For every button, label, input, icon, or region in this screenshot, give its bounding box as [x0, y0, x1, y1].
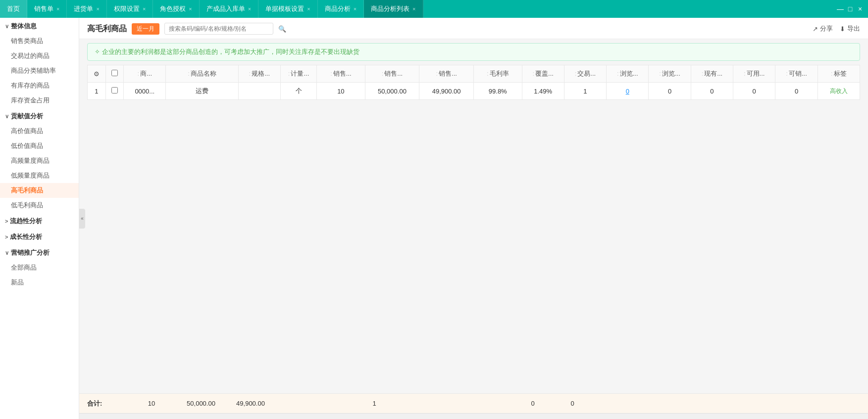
nav-close-icon[interactable]: ×: [307, 6, 310, 12]
export-button[interactable]: ⬇ 导出: [840, 24, 860, 33]
col-resize-handle[interactable]: :: [288, 70, 290, 77]
col-header-transactions[interactable]: :交易...: [564, 65, 606, 83]
cell-sales_profit: 49,900.00: [419, 83, 474, 100]
col-resize-handle[interactable]: :: [659, 70, 661, 77]
search-input[interactable]: [164, 23, 273, 35]
col-resize-handle[interactable]: :: [617, 70, 619, 77]
nav-item-首页[interactable]: 首页: [0, 0, 27, 18]
col-header-checkbox[interactable]: [105, 65, 124, 83]
col-header-sellable[interactable]: :可销...: [775, 65, 817, 83]
sidebar-item-all-products[interactable]: 全部商品: [0, 260, 79, 275]
nav-item-销售单[interactable]: 销售单 ×: [27, 0, 67, 18]
col-header-sales_profit[interactable]: :销售...: [419, 65, 474, 83]
nav-item-商品分析[interactable]: 商品分析 ×: [318, 0, 364, 18]
close-button[interactable]: ×: [856, 5, 864, 13]
sidebar-item-high-value[interactable]: 高价值商品: [0, 124, 79, 139]
sidebar-item-traded-products[interactable]: 交易过的商品: [0, 48, 79, 63]
filter-button[interactable]: 近一月: [132, 23, 159, 35]
nav-close-icon[interactable]: ×: [189, 6, 192, 12]
col-header-sales_qty[interactable]: :销售...: [317, 65, 365, 83]
nav-close-icon[interactable]: ×: [354, 6, 357, 12]
cell-spec: [238, 83, 280, 100]
footer-totals: 10 50,000.00 49,900.00 1 0 0: [127, 400, 860, 407]
sidebar-collapse-button[interactable]: «: [79, 209, 85, 229]
col-resize-handle[interactable]: :: [436, 70, 438, 77]
nav-item-进货单[interactable]: 进货单 ×: [67, 0, 106, 18]
cell-browse1[interactable]: 0: [607, 83, 649, 100]
col-header-spec[interactable]: :规格...: [238, 65, 280, 83]
col-header-name[interactable]: :商品名称: [166, 65, 238, 83]
minimize-button[interactable]: —: [836, 5, 844, 13]
col-resize-handle[interactable]: :: [532, 70, 534, 77]
sidebar-group-label: 成长性分析: [10, 233, 42, 241]
sidebar-item-low-margin[interactable]: 低毛利商品: [0, 198, 79, 213]
col-header-gross_margin[interactable]: :毛利率: [474, 65, 522, 83]
row-checkbox[interactable]: [111, 87, 118, 93]
col-header-sales_amount[interactable]: :销售...: [365, 65, 419, 83]
footer-browse2: [434, 400, 473, 407]
sidebar-group-overall[interactable]: ∨整体信息: [0, 18, 79, 34]
sidebar-item-stock-capital[interactable]: 库存资金占用: [0, 93, 79, 108]
nav-close-icon[interactable]: ×: [56, 6, 59, 12]
col-header-current_stock[interactable]: :现有...: [691, 65, 733, 83]
sidebar-item-low-value[interactable]: 低价值商品: [0, 139, 79, 153]
col-resize-handle[interactable]: :: [188, 70, 190, 77]
sidebar-group-arrow-icon: ∨: [5, 113, 9, 120]
nav-item-单据模板设置[interactable]: 单据模板设置 ×: [258, 0, 317, 18]
sidebar-item-new-products[interactable]: 新品: [0, 275, 79, 290]
select-all-checkbox[interactable]: [111, 70, 118, 76]
col-resize-handle[interactable]: :: [575, 70, 577, 77]
cell-unit: 个: [281, 83, 317, 100]
col-resize-handle[interactable]: :: [487, 70, 489, 77]
maximize-button[interactable]: □: [846, 5, 854, 13]
sidebar-item-instock-products[interactable]: 有库存的商品: [0, 78, 79, 93]
sidebar-group-marketing-analysis[interactable]: ∨营销推广分析: [0, 244, 79, 260]
col-header-code[interactable]: :商...: [124, 65, 166, 83]
col-resize-handle[interactable]: :: [786, 70, 788, 77]
sidebar-item-product-assist-rate[interactable]: 商品分类辅助率: [0, 63, 79, 78]
col-header-browse2[interactable]: :浏览...: [649, 65, 691, 83]
nav-item-角色授权[interactable]: 角色授权 ×: [153, 0, 199, 18]
col-resize-handle[interactable]: :: [382, 70, 384, 77]
col-resize-handle[interactable]: :: [249, 70, 251, 77]
col-header-browse1[interactable]: :浏览...: [607, 65, 649, 83]
sidebar-item-sales-products[interactable]: 销售类商品: [0, 34, 79, 48]
sidebar-group-arrow-icon: >: [5, 218, 8, 224]
nav-item-商品分析列表[interactable]: 商品分析列表 ×: [364, 0, 423, 18]
sidebar-item-high-margin[interactable]: 高毛利商品: [0, 183, 79, 198]
col-header-unit[interactable]: :计量...: [281, 65, 317, 83]
col-resize-handle[interactable]: :: [138, 70, 140, 77]
cell-gross_margin: 99.8%: [474, 83, 522, 100]
col-header-coverage[interactable]: :覆盖...: [522, 65, 564, 83]
sidebar-group-trend-analysis[interactable]: >流趋性分析: [0, 213, 79, 229]
cell-checkbox[interactable]: [105, 83, 124, 100]
search-icon[interactable]: 🔍: [278, 25, 286, 33]
sidebar-group-wealth-analysis[interactable]: ∨贡献值分析: [0, 108, 79, 124]
cell-available: 0: [733, 83, 775, 100]
col-resize-handle[interactable]: :: [702, 70, 704, 77]
sidebar-item-low-freq-high-val[interactable]: 低频量度商品: [0, 168, 79, 183]
table-wrapper[interactable]: ⚙:商...:商品名称:规格...:计量...:销售...:销售...:销售..…: [79, 65, 868, 393]
footer-coverage: [315, 400, 355, 407]
col-header-settings[interactable]: ⚙: [88, 65, 106, 83]
nav-close-icon[interactable]: ×: [248, 6, 251, 12]
col-header-available[interactable]: :可用...: [733, 65, 775, 83]
share-button[interactable]: ↗ 分享: [813, 24, 833, 33]
col-header-tag[interactable]: :标签: [817, 65, 860, 83]
cell-sales_amount: 50,000.00: [365, 83, 419, 100]
browse-link[interactable]: 0: [626, 88, 629, 95]
settings-icon[interactable]: ⚙: [94, 70, 100, 78]
cell-current_stock: 0: [691, 83, 733, 100]
col-resize-handle[interactable]: :: [330, 70, 332, 77]
nav-item-权限设置[interactable]: 权限设置 ×: [107, 0, 153, 18]
footer-current-stock: [473, 400, 513, 407]
sidebar-group-growth-analysis[interactable]: >成长性分析: [0, 229, 79, 244]
nav-close-icon[interactable]: ×: [96, 6, 99, 12]
scroll-bar-area[interactable]: [79, 413, 868, 419]
nav-close-icon[interactable]: ×: [143, 6, 146, 12]
col-resize-handle[interactable]: :: [831, 70, 833, 77]
nav-item-产成品入库单[interactable]: 产成品入库单 ×: [200, 0, 258, 18]
nav-close-icon[interactable]: ×: [412, 6, 415, 12]
sidebar-item-high-freq-high-val[interactable]: 高频量度商品: [0, 153, 79, 168]
col-resize-handle[interactable]: :: [744, 70, 746, 77]
